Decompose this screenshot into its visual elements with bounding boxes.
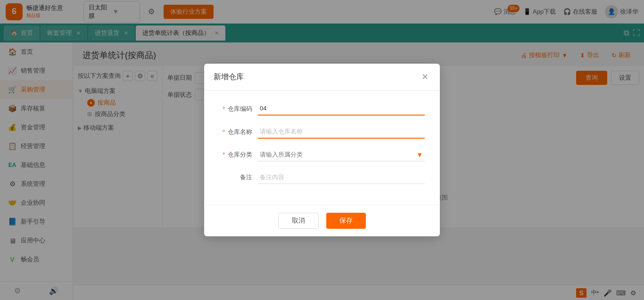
name-field-label: * 仓库名称 xyxy=(219,128,252,136)
name-required-star: * xyxy=(223,128,225,135)
warehouse-code-field: * 仓库编码 xyxy=(219,102,425,116)
new-warehouse-modal: 新增仓库 ✕ * 仓库编码 * 仓库名称 xyxy=(204,64,440,236)
modal-header: 新增仓库 ✕ xyxy=(204,64,440,91)
modal-close-button[interactable]: ✕ xyxy=(419,71,430,83)
save-button[interactable]: 保存 xyxy=(326,213,366,229)
category-field-label: * 仓库分类 xyxy=(219,150,252,159)
code-field-label: * 仓库编码 xyxy=(219,105,252,113)
note-input[interactable] xyxy=(258,171,425,184)
category-dropdown-arrow: ▼ xyxy=(416,151,423,158)
cancel-button[interactable]: 取消 xyxy=(278,213,319,229)
modal-overlay[interactable]: 新增仓库 ✕ * 仓库编码 * 仓库名称 xyxy=(0,0,644,300)
warehouse-name-input[interactable] xyxy=(258,125,425,139)
modal-title: 新增仓库 xyxy=(214,72,244,82)
warehouse-code-input[interactable] xyxy=(258,102,425,116)
modal-body: * 仓库编码 * 仓库名称 * 仓库分类 xyxy=(204,91,440,205)
category-select-wrap: ▼ xyxy=(258,148,425,161)
note-field-label: * 备注 xyxy=(219,173,252,182)
warehouse-name-field: * 仓库名称 xyxy=(219,125,425,139)
code-required-star: * xyxy=(223,105,225,112)
category-input[interactable] xyxy=(258,148,425,161)
warehouse-note-field: * 备注 xyxy=(219,171,425,184)
modal-footer: 取消 保存 xyxy=(204,205,440,236)
category-required-star: * xyxy=(223,151,225,158)
warehouse-category-field: * 仓库分类 ▼ xyxy=(219,148,425,161)
